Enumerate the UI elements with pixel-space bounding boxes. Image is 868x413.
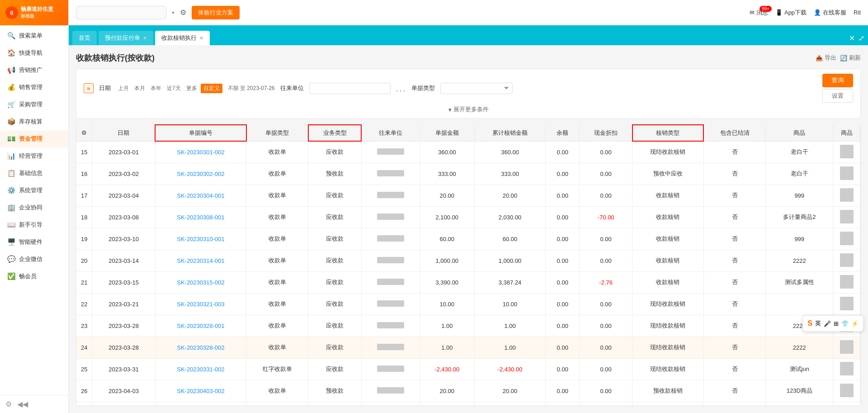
cell-amount: 100.00 — [420, 402, 474, 406]
cell-amount: 1.00 — [420, 315, 474, 337]
refresh-button[interactable]: 🔄 刷新 — [840, 54, 861, 62]
doc-no-link[interactable]: SK-20230328-002 — [177, 344, 225, 351]
doc-type-label: 单据类型 — [411, 84, 435, 92]
cell-writeoff: 1.00 — [474, 337, 546, 358]
cell-partner — [361, 163, 420, 185]
cell-product1: 2222 — [766, 337, 833, 358]
th-gear[interactable]: ⚙ — [76, 125, 92, 141]
cell-product2 — [833, 163, 860, 185]
float-mic-icon[interactable]: 🎤 — [824, 320, 831, 327]
cell-balance: 0.00 — [546, 402, 580, 406]
cell-writeoff: 100.00 — [474, 402, 546, 406]
doc-no-link[interactable]: SK-20230321-003 — [177, 301, 225, 308]
sidebar-item-member[interactable]: ✅畅会员 — [0, 268, 68, 285]
product-img — [840, 275, 854, 289]
message-button[interactable]: ✉ 消息 99+ — [750, 9, 768, 17]
expand-icon[interactable]: ⤢ — [859, 34, 864, 43]
doc-no-link[interactable]: SK-20230328-001 — [177, 323, 225, 329]
query-button[interactable]: 查询 — [822, 74, 853, 87]
search-input[interactable] — [76, 6, 166, 19]
cell-partner — [361, 402, 420, 406]
dropdown-arrow-icon[interactable]: ▾ — [172, 9, 175, 16]
sidebar-item-system[interactable]: ⚙️系统管理 — [0, 182, 68, 199]
doc-no-link[interactable]: SK-20230315-002 — [177, 279, 225, 286]
export-button[interactable]: 📤 导出 — [816, 54, 836, 62]
sidebar-item-search[interactable]: 🔍搜索菜单 — [0, 27, 68, 44]
sidebar-item-capital[interactable]: 💵资金管理 — [0, 130, 68, 147]
collapse-icon[interactable]: ◀◀ — [17, 400, 28, 408]
doc-no-link[interactable]: SK-20230304-001 — [177, 192, 225, 199]
online-service-link[interactable]: 👤 在线客服 — [814, 9, 846, 17]
filter-expand-button[interactable]: » — [84, 83, 94, 93]
cell-settle-type: 预收款核销 — [632, 380, 704, 402]
cell-doc-no: SK-20230314-001 — [155, 250, 246, 271]
cell-included: 否 — [703, 141, 766, 163]
cell-settle-type: 现结收款核销 — [632, 315, 704, 337]
cell-amount: 360.00 — [420, 141, 474, 163]
cell-date: 2023-03-02 — [92, 163, 155, 185]
sidebar-item-sales[interactable]: 💰销售管理 — [0, 79, 68, 96]
this-year-btn[interactable]: 本年 — [149, 84, 163, 93]
more-date-btn[interactable]: 更多 — [184, 84, 199, 93]
cell-writeoff: -2,430.00 — [474, 358, 546, 380]
gear-icon[interactable]: ⚙ — [180, 8, 186, 17]
this-month-btn[interactable]: 本月 — [132, 84, 147, 93]
sidebar-item-hardware[interactable]: 🖥️智能硬件 — [0, 233, 68, 251]
masked-partner — [377, 148, 404, 155]
tab-close-prepay[interactable]: ✕ — [143, 35, 147, 41]
expand-more-button[interactable]: ▾ 展开更多条件 — [84, 105, 853, 114]
sidebar-item-wechat[interactable]: 💬企业微信 — [0, 251, 68, 268]
doc-no-link[interactable]: SK-20230308-001 — [177, 214, 225, 221]
cell-doc-type: 收款单 — [246, 185, 308, 206]
cell-date: 2023-03-10 — [92, 228, 155, 250]
sidebar-item-basic[interactable]: 📋基础信息 — [0, 165, 68, 182]
doc-no-link[interactable]: SK-20230331-002 — [177, 366, 225, 373]
doc-type-select[interactable] — [440, 83, 513, 94]
cell-biz-type: 应收款 — [308, 315, 362, 337]
sidebar-item-quick[interactable]: 🏠快捷导航 — [0, 44, 68, 62]
cell-biz-type: 应收款 — [308, 228, 362, 250]
cell-product2 — [833, 293, 860, 315]
cell-biz-type: 应收款 — [308, 250, 362, 271]
tab-close-reconcile[interactable]: ✕ — [199, 35, 203, 41]
table-row: 17 2023-03-04 SK-20230304-001 收款单 应收款 20… — [76, 185, 860, 206]
sidebar-icon-capital: 💵 — [7, 135, 15, 143]
tab-reconcile[interactable]: 收款核销执行✕ — [155, 31, 210, 45]
doc-no-link[interactable]: SK-20230302-002 — [177, 171, 225, 177]
sidebar-item-guide[interactable]: 📖新手引导 — [0, 216, 68, 233]
tab-home[interactable]: 首页 — [72, 31, 97, 45]
user-name[interactable]: Rit — [854, 9, 861, 16]
cell-date: 2023-03-14 — [92, 250, 155, 271]
sidebar-item-corp[interactable]: 🏢企业协同 — [0, 199, 68, 216]
sidebar-icon-guide: 📖 — [7, 221, 15, 229]
sidebar-item-marketing[interactable]: 📢营销推广 — [0, 62, 68, 79]
settings-icon[interactable]: ⚙ — [5, 400, 12, 408]
custom-date-btn[interactable]: 自定义 — [201, 84, 222, 93]
sidebar-item-operation[interactable]: 📊经营管理 — [0, 147, 68, 165]
last-7days-btn[interactable]: 近7天 — [165, 84, 183, 93]
doc-no-link[interactable]: SK-20230403-002 — [177, 388, 225, 394]
last-month-btn[interactable]: 上月 — [116, 84, 131, 93]
doc-no-link[interactable]: SK-20230314-001 — [177, 257, 225, 264]
sidebar-item-inventory[interactable]: 📦库存核算 — [0, 113, 68, 130]
cell-product1: 测试多属性 — [766, 271, 833, 293]
cell-product2 — [833, 337, 860, 358]
solution-button[interactable]: 体验行业方案 — [192, 6, 240, 19]
cell-product1: 123D商品 — [766, 380, 833, 402]
partner-input[interactable] — [309, 83, 391, 94]
tab-prepay[interactable]: 预付款应付单✕ — [99, 31, 153, 45]
doc-no-link[interactable]: SK-20230310-001 — [177, 236, 225, 242]
float-shirt-icon[interactable]: 👕 — [841, 320, 849, 327]
doc-no-link[interactable]: SK-20230301-002 — [177, 149, 225, 156]
float-apps-icon[interactable]: ⚡ — [851, 320, 859, 327]
sidebar-icon-basic: 📋 — [7, 169, 15, 177]
cell-no: 22 — [76, 293, 92, 315]
settings-button[interactable]: 设置 — [822, 89, 853, 103]
sidebar-item-purchase[interactable]: 🛒采购管理 — [0, 96, 68, 113]
cell-amount: 20.00 — [420, 380, 474, 402]
cell-doc-type: 收款单 — [246, 141, 308, 163]
close-tab-icon[interactable]: ✕ — [849, 34, 855, 43]
float-grid-icon[interactable]: ⊞ — [834, 320, 839, 327]
app-download-link[interactable]: 📱 App下载 — [775, 9, 807, 17]
more-filters-dots[interactable]: ... — [396, 83, 406, 94]
